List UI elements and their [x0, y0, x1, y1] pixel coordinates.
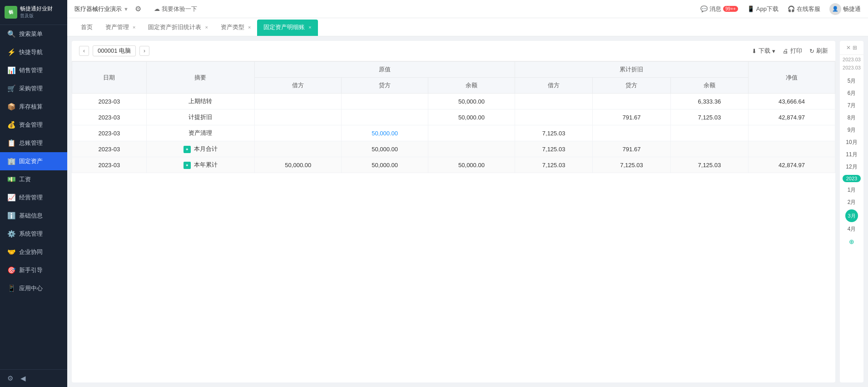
sidebar-item-payroll[interactable]: 💵 工资 [0, 170, 67, 189]
building-icon: 🏢 [7, 157, 15, 165]
sidebar-label-funds: 资金管理 [19, 121, 43, 129]
download-icon: 📱 [747, 5, 754, 12]
company-name: 医疗器械行业演示 [74, 5, 122, 13]
sidebar-item-basic-info[interactable]: ℹ️ 基础信息 [0, 207, 67, 225]
col-date: 日期 [72, 62, 147, 94]
timeline-arrow-down[interactable]: ⊕ [840, 235, 863, 248]
sidebar-item-enterprise[interactable]: 🤝 企业协同 [0, 243, 67, 261]
sidebar-item-purchase[interactable]: 🛒 采购管理 [0, 79, 67, 98]
col-orig-balance: 余额 [428, 78, 515, 94]
sidebar-item-operations[interactable]: 📈 经营管理 [0, 189, 67, 207]
cell-dep-balance [670, 141, 748, 157]
topbar-left: 医疗器械行业演示 ▼ ⚙ ☁ 我要体验一下 [74, 5, 197, 13]
table-row: 2023-03 上期结转 50,000.00 6,333.36 43,666.6… [72, 94, 835, 109]
sidebar-item-fixed-assets[interactable]: 🏢 固定资产 [0, 152, 67, 170]
tab-depreciation-stat[interactable]: 固定资产折旧统计表 × [142, 20, 214, 36]
timeline-month-12[interactable]: 12月 [840, 161, 863, 173]
timeline-month-8[interactable]: 8月 [840, 112, 863, 124]
tab-depreciation-stat-close[interactable]: × [205, 25, 208, 30]
sidebar-item-funds[interactable]: 💰 资金管理 [0, 116, 67, 134]
content-area: ‹ 000001 电脑 › ⬇ 下载 ▾ 🖨 打印 ↻ [67, 36, 868, 387]
timeline-month-3-active[interactable]: 3月 [845, 209, 858, 222]
sidebar-item-app-center[interactable]: 📱 应用中心 [0, 279, 67, 298]
cell-orig-credit: 50,000.00 [342, 125, 428, 141]
tab-asset-detail[interactable]: 固定资产明细账 × [257, 20, 317, 36]
cell-dep-credit [593, 94, 670, 109]
col-dep-credit: 贷方 [593, 78, 670, 94]
sidebar-label-app-center: 应用中心 [19, 284, 43, 293]
message-button[interactable]: 💬 消息 99+ [700, 5, 738, 13]
sidebar-nav: 🔍 搜索菜单 ⚡ 快捷导航 📊 销售管理 🛒 采购管理 📦 库存核算 💰 资金管… [0, 25, 67, 369]
tab-asset-detail-close[interactable]: × [308, 25, 311, 30]
experience-button[interactable]: ☁ 我要体验一下 [154, 5, 197, 13]
timeline-month-7[interactable]: 7月 [840, 99, 863, 112]
tab-home[interactable]: 首页 [74, 20, 99, 36]
timeline-month-2[interactable]: 2月 [840, 196, 863, 208]
user-name: 畅捷通 [843, 5, 861, 13]
tab-asset-mgmt[interactable]: 资产管理 × [99, 20, 142, 36]
info-icon: ℹ️ [7, 212, 15, 220]
prev-asset-button[interactable]: ‹ [79, 46, 89, 56]
sidebar-item-quick-nav[interactable]: ⚡ 快捷导航 [0, 43, 67, 61]
app-download-label: App下载 [756, 5, 779, 13]
support-label: 在线客服 [797, 5, 820, 13]
sidebar-label-payroll: 工资 [19, 175, 31, 184]
timeline-expand-icon[interactable]: ⊞ [853, 45, 857, 51]
cell-dep-debit: 7,125.03 [515, 125, 592, 141]
timeline-month-6[interactable]: 6月 [840, 87, 863, 99]
settings-icon[interactable]: ⚙ [7, 374, 13, 382]
cell-summary: 上期结转 [146, 94, 255, 109]
tab-asset-type-close[interactable]: × [248, 25, 251, 30]
sidebar-item-guide[interactable]: 🎯 新手引导 [0, 261, 67, 279]
panel-toolbar-left: ‹ 000001 电脑 › [79, 45, 149, 56]
sidebar-bottom: ⚙ ◀ [0, 369, 67, 387]
timeline-year-2023[interactable]: 2023 [843, 175, 861, 182]
print-icon: 🖨 [783, 48, 789, 55]
cell-orig-credit [342, 94, 428, 109]
table-row-subtotal-year: 2023-03 ✦ 本年累计 50,000.00 50,000.00 50,00… [72, 157, 835, 173]
tab-home-label: 首页 [81, 23, 93, 31]
sidebar-item-search[interactable]: 🔍 搜索菜单 [0, 25, 67, 43]
timeline-month-5[interactable]: 5月 [840, 75, 863, 87]
sidebar-item-ledger[interactable]: 📋 总账管理 [0, 134, 67, 152]
experience-label: 我要体验一下 [162, 5, 197, 13]
sidebar-label-ledger: 总账管理 [19, 139, 43, 147]
topbar-settings-icon[interactable]: ⚙ [135, 5, 141, 13]
sidebar-item-sales[interactable]: 📊 销售管理 [0, 61, 67, 79]
timeline-month-1[interactable]: 1月 [840, 184, 863, 196]
company-selector[interactable]: 医疗器械行业演示 ▼ [74, 5, 129, 13]
user-profile[interactable]: 👤 畅捷通 [829, 3, 861, 15]
support-button[interactable]: 🎧 在线客服 [788, 5, 820, 13]
topbar-right: 💬 消息 99+ 📱 App下载 🎧 在线客服 👤 畅捷通 [700, 3, 861, 15]
collapse-icon[interactable]: ◀ [20, 374, 26, 382]
app-download-button[interactable]: 📱 App下载 [747, 5, 779, 13]
timeline-close-icon[interactable]: ✕ [846, 45, 851, 51]
next-asset-button[interactable]: › [139, 46, 149, 56]
payroll-icon: 💵 [7, 175, 15, 184]
ledger-icon: 📋 [7, 139, 15, 147]
sidebar-item-inventory[interactable]: 📦 库存核算 [0, 98, 67, 116]
timeline-month-4[interactable]: 4月 [840, 223, 863, 235]
topbar: 医疗器械行业演示 ▼ ⚙ ☁ 我要体验一下 💬 消息 99+ 📱 App下载 🎧… [67, 0, 868, 18]
download-icon: ⬇ [752, 48, 757, 55]
cell-net-value: 43,666.64 [749, 94, 835, 109]
table-row: 2023-03 计提折旧 50,000.00 791.67 7,125.03 4… [72, 109, 835, 125]
lightning-icon: ⚡ [7, 48, 15, 56]
print-button[interactable]: 🖨 打印 [783, 47, 802, 55]
timeline-month-10[interactable]: 10月 [840, 136, 863, 149]
cell-summary: ✦ 本年累计 [146, 157, 255, 173]
tab-asset-mgmt-close[interactable]: × [133, 25, 135, 30]
cell-orig-balance [428, 141, 515, 157]
timeline-month-9[interactable]: 9月 [840, 124, 863, 136]
cell-orig-credit [342, 109, 428, 125]
tab-asset-detail-label: 固定资产明细账 [263, 23, 305, 31]
sidebar-label-sales: 销售管理 [19, 66, 43, 74]
download-button[interactable]: ⬇ 下载 ▾ [752, 47, 775, 55]
timeline-month-11[interactable]: 11月 [840, 149, 863, 161]
sidebar-item-system[interactable]: ⚙️ 系统管理 [0, 225, 67, 243]
tab-asset-type[interactable]: 资产类型 × [214, 20, 257, 36]
cell-orig-debit [255, 125, 342, 141]
cell-orig-balance [428, 125, 515, 141]
cell-orig-debit: 50,000.00 [255, 157, 342, 173]
refresh-button[interactable]: ↻ 刷新 [809, 47, 828, 55]
